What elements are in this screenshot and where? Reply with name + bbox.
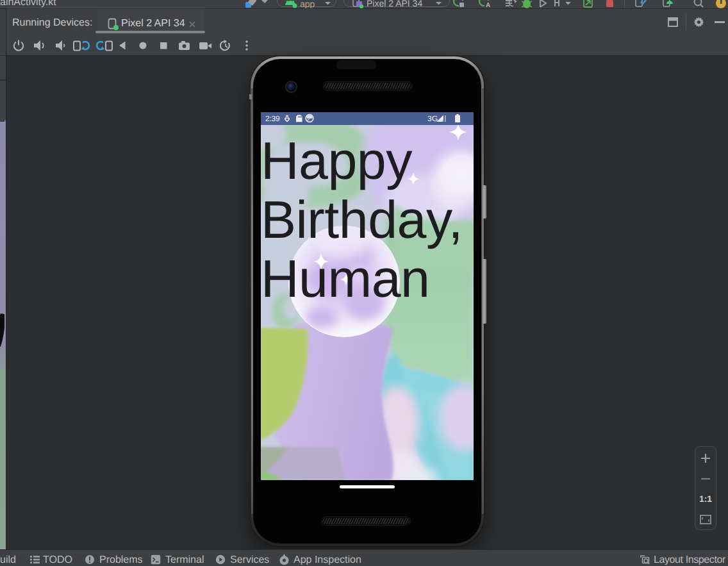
svg-text:app: app — [300, 0, 315, 8]
svg-text:Pixel 2 API 34: Pixel 2 API 34 — [367, 0, 422, 8]
svg-text:A: A — [486, 2, 490, 8]
